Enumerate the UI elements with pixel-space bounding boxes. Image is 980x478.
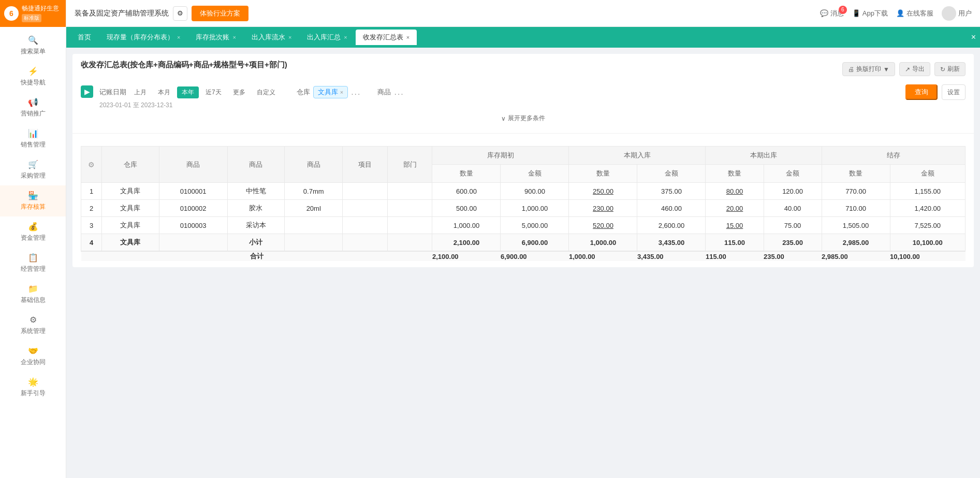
cell-spec: 20ml	[285, 200, 343, 217]
warehouse-more-icon[interactable]: ...	[351, 88, 361, 97]
cell-in-qty[interactable]: 1,000.00	[569, 234, 637, 252]
th-period-in: 本期入库	[569, 147, 706, 165]
cell-out-qty[interactable]: 115.00	[706, 234, 764, 252]
cell-begin-amt: 900.00	[501, 183, 569, 200]
cell-no: 2	[81, 200, 102, 217]
sidebar-item-marketing[interactable]: 📢营销推广	[0, 92, 66, 123]
cell-spec	[285, 217, 343, 234]
tab-recv_send[interactable]: 收发存汇总表×	[356, 30, 417, 45]
tab-close-inout_flow[interactable]: ×	[288, 34, 291, 40]
table-section: ⚙ 仓库 商品 商品 商品 项目 部门 库存期初 本期入库 本期出库 结存	[72, 134, 974, 267]
tab-inout_summary[interactable]: 出入库汇总×	[300, 30, 354, 45]
cell-out-amt: 75.00	[764, 217, 822, 234]
tab-close-batch[interactable]: ×	[232, 34, 236, 40]
sidebar-item-sales[interactable]: 📊销售管理	[0, 123, 66, 154]
date-btn-近7天[interactable]: 近7天	[201, 86, 226, 98]
cell-bal-amt: 7,525.00	[890, 217, 965, 234]
date-btn-本年[interactable]: 本年	[177, 86, 199, 98]
message-badge: 6	[839, 6, 847, 14]
set-button[interactable]: 设置	[942, 84, 966, 100]
system-icon: ⚙	[30, 315, 37, 325]
settings-icon[interactable]: ⚙	[173, 6, 187, 21]
cell-bal-qty: 1,505.00	[822, 217, 890, 234]
cell-in-qty[interactable]: 230.00	[569, 200, 637, 217]
tab-batch[interactable]: 库存批次账×	[188, 30, 243, 45]
th-balance: 结存	[822, 147, 965, 165]
filter-section: ▶ 记账日期 上月本月本年近7天更多自定义 仓库	[72, 78, 974, 134]
filter-toggle-btn[interactable]: ▶	[81, 85, 93, 98]
date-btn-自定义[interactable]: 自定义	[252, 86, 280, 98]
refresh-button[interactable]: ↻ 刷新	[934, 62, 966, 76]
sidebar-item-inventory[interactable]: 🏪库存核算	[0, 185, 66, 216]
cell-begin-qty: 2,100.00	[432, 234, 501, 252]
export-button[interactable]: ↗ 导出	[899, 62, 930, 76]
cell-code: 0100002	[159, 200, 227, 217]
cell-dept	[387, 217, 432, 234]
download-icon: 📱	[852, 9, 860, 17]
tab-home[interactable]: 首页	[70, 30, 98, 45]
cell-begin-qty: 500.00	[432, 200, 501, 217]
sidebar-item-finance[interactable]: 💰资金管理	[0, 216, 66, 248]
user-label: 用户	[958, 9, 972, 18]
tab-inout_flow[interactable]: 出入库流水×	[244, 30, 299, 45]
sidebar-item-system[interactable]: ⚙系统管理	[0, 310, 66, 341]
trial-button[interactable]: 体验行业方案	[192, 6, 248, 21]
cell-out-amt: 40.00	[764, 200, 822, 217]
cell-dept	[387, 200, 432, 217]
cell-bal-amt: 10,100.00	[890, 234, 965, 252]
expand-more-btn[interactable]: ∨ 展开更多条件	[81, 114, 966, 123]
service-icon: 👤	[896, 9, 904, 17]
cell-in-amt: 460.00	[637, 200, 706, 217]
th-out-amt: 金额	[764, 165, 822, 183]
cell-out-qty[interactable]: 15.00	[706, 217, 764, 234]
cell-out-qty[interactable]: 20.00	[706, 200, 764, 217]
page-card: 收发存汇总表(按仓库+商品编码+商品+规格型号+项目+部门) 🖨 换版打印 ▼ …	[72, 54, 974, 267]
close-all-tabs[interactable]: ×	[971, 33, 976, 42]
query-button[interactable]: 查询	[905, 84, 938, 100]
cell-in-qty[interactable]: 520.00	[569, 217, 637, 234]
cell-project	[343, 217, 388, 234]
online-service-action[interactable]: 👤 在线客服	[896, 9, 933, 18]
cell-no: 1	[81, 183, 102, 200]
app-download-action[interactable]: 📱 App下载	[852, 9, 888, 18]
warehouse-filter-group: 仓库 文具库 × ...	[297, 86, 361, 98]
sidebar-item-search[interactable]: 🔍搜索菜单	[0, 30, 66, 61]
sidebar-item-basic[interactable]: 📁基础信息	[0, 279, 66, 310]
footer-label: 合计	[81, 251, 432, 261]
tab-label-batch: 库存批次账	[196, 33, 229, 42]
tab-close-recv_send[interactable]: ×	[406, 34, 409, 40]
sidebar-item-corp[interactable]: 🤝企业协同	[0, 341, 66, 372]
tab-inventory[interactable]: 现存量（库存分布表）×	[99, 30, 187, 45]
sidebar-item-guide[interactable]: 🌟新手引导	[0, 372, 66, 403]
footer-row: 合计 2,100.00 6,900.00 1,000.00 3,435.00 1…	[81, 251, 966, 261]
cell-out-qty[interactable]: 80.00	[706, 183, 764, 200]
sidebar-item-purchase[interactable]: 🛒采购管理	[0, 154, 66, 185]
date-btn-更多[interactable]: 更多	[228, 86, 250, 98]
chevron-down-icon: ∨	[501, 115, 506, 122]
sidebar-item-operation[interactable]: 📋经营管理	[0, 248, 66, 279]
warehouse-clear-icon[interactable]: ×	[340, 89, 343, 95]
goods-filter-group: 商品 ...	[377, 88, 404, 97]
cell-warehouse: 文具库	[102, 183, 159, 200]
cell-name: 小计	[227, 234, 285, 252]
th-settings[interactable]: ⚙	[81, 147, 102, 183]
search-icon: 🔍	[28, 35, 38, 45]
cell-in-amt: 375.00	[637, 183, 706, 200]
goods-more-icon[interactable]: ...	[394, 88, 404, 97]
print-button[interactable]: 🖨 换版打印 ▼	[842, 62, 895, 76]
tabs-bar: 首页现存量（库存分布表）×库存批次账×出入库流水×出入库汇总×收发存汇总表××	[66, 27, 980, 48]
sidebar-item-quick[interactable]: ⚡快捷导航	[0, 61, 66, 92]
table-settings-icon[interactable]: ⚙	[88, 161, 95, 169]
tab-close-inout_summary[interactable]: ×	[344, 34, 347, 40]
date-btn-上月[interactable]: 上月	[129, 86, 151, 98]
user-action[interactable]: 用户	[942, 6, 972, 21]
sidebar-nav: 🔍搜索菜单⚡快捷导航📢营销推广📊销售管理🛒采购管理🏪库存核算💰资金管理📋经营管理…	[0, 27, 66, 478]
th-begin-amt: 金额	[501, 165, 569, 183]
cell-begin-amt: 5,000.00	[501, 217, 569, 234]
message-action[interactable]: 💬 消息 6	[820, 9, 844, 18]
th-bal-qty: 数量	[822, 165, 890, 183]
cell-in-qty[interactable]: 250.00	[569, 183, 637, 200]
tab-close-inventory[interactable]: ×	[177, 34, 180, 40]
main-area: 装备及固定资产辅助管理系统 ⚙ 体验行业方案 💬 消息 6 📱 App下载 👤 …	[66, 0, 980, 478]
date-btn-本月[interactable]: 本月	[153, 86, 175, 98]
